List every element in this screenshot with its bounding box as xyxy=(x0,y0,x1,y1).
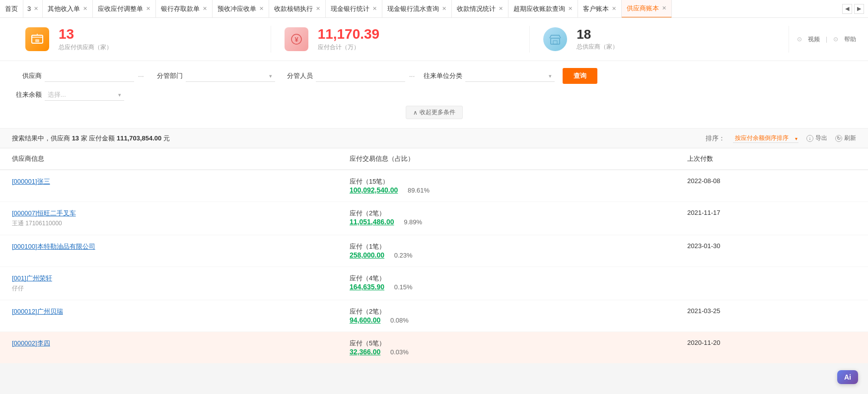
payable-percent-4: 0.15% xyxy=(394,283,413,291)
supplier-link-3[interactable]: [000100]本特勒油品有限公司 xyxy=(12,242,350,251)
balance-select[interactable]: 选择... xyxy=(45,89,124,101)
export-action[interactable]: ↓ 导出 xyxy=(806,134,827,142)
store-icon xyxy=(542,26,569,53)
payable-total-label: 应付合计（万） xyxy=(318,43,380,52)
nav-tab-overdue-ar[interactable]: 超期应收账款查询 ✕ xyxy=(508,0,578,18)
close-tab-other-income[interactable]: ✕ xyxy=(83,5,87,12)
result-bar: 搜索结果中，供应商 13 家 应付金额 111,703,854.00 元 排序：… xyxy=(0,129,868,148)
help-link[interactable]: 帮助 xyxy=(844,35,856,44)
chevron-up-icon: ∧ xyxy=(413,109,418,116)
nav-tab-home[interactable]: 首页 xyxy=(0,0,23,18)
person-input[interactable] xyxy=(316,70,405,82)
balance-select-wrap: 选择... xyxy=(45,89,124,101)
dept-select-wrap xyxy=(186,70,275,82)
summary-bar: 13 总应付供应商（家） ¥ 11,170.39 应付合计（万） xyxy=(0,18,868,61)
supplier-dots-btn[interactable]: ··· xyxy=(137,72,145,80)
payable-label-4: 应付（4笔） xyxy=(350,274,687,283)
close-tab-3[interactable]: ✕ xyxy=(34,5,38,12)
supplier-icon xyxy=(24,26,51,53)
payable-percent-1: 89.61% xyxy=(408,187,430,194)
close-tab-receipt[interactable]: ✕ xyxy=(316,5,320,12)
last-pay-cell-1: 2022-08-08 xyxy=(687,177,856,185)
collapse-button[interactable]: ∧ 收起更多条件 xyxy=(406,106,463,119)
supplier-cell-2: [000007]恒旺二手叉车 王通 17106110000 xyxy=(12,209,350,228)
last-pay-date-3: 2023-01-30 xyxy=(687,242,721,250)
nav-tab-other-income[interactable]: 其他收入单 ✕ xyxy=(43,0,93,18)
close-tab-receipt-stat[interactable]: ✕ xyxy=(499,5,503,12)
supplier-count-value: 13 xyxy=(59,27,112,42)
close-tab-cash-stat[interactable]: ✕ xyxy=(372,5,377,12)
dept-filter: 分管部门 xyxy=(153,70,275,82)
close-tab-ar-ap[interactable]: ✕ xyxy=(146,5,150,12)
payable-percent-2: 9.89% xyxy=(404,218,422,226)
nav-tab-bank-deposit[interactable]: 银行存取款单 ✕ xyxy=(156,0,213,18)
supplier-cell-3: [000100]本特勒油品有限公司 xyxy=(12,242,350,251)
table-row: [000007]恒旺二手叉车 王通 17106110000 应付（2笔） 11,… xyxy=(0,202,868,235)
payable-cell-6: 应付（5笔） 32,366.00 0.03% xyxy=(350,339,687,356)
supplier-cell-6: [000002]李四 xyxy=(12,339,350,348)
supplier-link-6[interactable]: [000002]李四 xyxy=(12,339,350,348)
result-amount: 111,703,854.00 xyxy=(117,134,161,142)
close-tab-prepay[interactable]: ✕ xyxy=(259,5,264,12)
svg-rect-1 xyxy=(35,39,39,42)
table-header: 供应商信息 应付交易信息（占比） 上次付数 xyxy=(0,148,868,170)
nav-tab-receipt-stat[interactable]: 收款情况统计 ✕ xyxy=(452,0,508,18)
dept-select[interactable] xyxy=(186,70,275,82)
supplier-cell-4: [001]广州荣轩 仔仔 xyxy=(12,274,350,293)
payable-cell-5: 应付（2笔） 94,600.00 0.08% xyxy=(350,307,687,324)
nav-next-button[interactable]: ▶ xyxy=(854,4,864,14)
payable-amount-5[interactable]: 94,600.00 xyxy=(350,316,380,324)
payable-label-2: 应付（2笔） xyxy=(350,209,687,218)
nav-tab-cash-bank-stat[interactable]: 现金银行统计 ✕ xyxy=(326,0,382,18)
last-pay-cell-5: 2021-03-25 xyxy=(687,307,856,315)
close-tab-overdue[interactable]: ✕ xyxy=(568,5,573,12)
nav-tab-3[interactable]: 3 ✕ xyxy=(23,0,43,18)
filter-row-2: 往来余额 选择... xyxy=(12,89,856,101)
last-pay-date-2: 2021-11-17 xyxy=(687,209,721,216)
refresh-icon: ↻ xyxy=(835,135,842,142)
payable-label-3: 应付（1笔） xyxy=(350,242,687,251)
nav-tab-customer-ledger[interactable]: 客户账本 ✕ xyxy=(578,0,622,18)
payable-amount-6[interactable]: 32,366.00 xyxy=(350,348,380,356)
payable-amount-4[interactable]: 164,635.90 xyxy=(350,283,384,291)
supplier-input[interactable] xyxy=(45,70,134,82)
unit-class-select-wrap xyxy=(465,70,555,82)
query-button[interactable]: 查询 xyxy=(563,68,597,84)
payable-label-5: 应付（2笔） xyxy=(350,307,687,316)
supplier-link-1[interactable]: [000001]张三 xyxy=(12,177,350,186)
close-tab-customer-ledger[interactable]: ✕ xyxy=(612,5,616,12)
result-supplier-count: 13 xyxy=(72,134,79,142)
close-tab-supplier-ledger[interactable]: ✕ xyxy=(662,5,666,11)
video-link[interactable]: 视频 xyxy=(808,35,820,44)
person-dots-btn[interactable]: ··· xyxy=(408,72,416,80)
supplier-sub-2: 王通 17106110000 xyxy=(12,219,350,228)
payable-percent-6: 0.03% xyxy=(390,348,409,356)
nav-tab-cash-flow[interactable]: 现金银行流水查询 ✕ xyxy=(382,0,452,18)
payable-amount-3[interactable]: 258,000.00 xyxy=(350,251,384,259)
balance-filter-label: 往来余额 xyxy=(12,90,42,99)
supplier-link-2[interactable]: [000007]恒旺二手叉车 xyxy=(12,209,350,218)
supplier-filter-label: 供应商 xyxy=(12,71,42,80)
last-pay-date-6: 2020-11-20 xyxy=(687,339,721,346)
payable-amount-2[interactable]: 11,051,486.00 xyxy=(350,218,394,226)
close-tab-bank[interactable]: ✕ xyxy=(203,5,207,12)
nav-tab-supplier-ledger[interactable]: 供应商账本 ✕ xyxy=(622,0,672,18)
total-supplier-label: 总供应商（家） xyxy=(577,43,618,51)
refresh-action[interactable]: ↻ 刷新 xyxy=(835,134,856,142)
table-row: [000002]李四 应付（5笔） 32,366.00 0.03% 2020-1… xyxy=(0,332,868,364)
unit-class-select[interactable] xyxy=(465,70,555,82)
sort-label: 排序： xyxy=(706,134,725,143)
nav-tab-receipt-verify[interactable]: 收款核销执行 ✕ xyxy=(269,0,326,18)
payable-amount-1[interactable]: 100,092,540.00 xyxy=(350,186,398,194)
close-tab-flow[interactable]: ✕ xyxy=(442,5,446,12)
nav-tab-ar-ap-adjust[interactable]: 应收应付调整单 ✕ xyxy=(93,0,156,18)
supplier-link-5[interactable]: [000012]广州贝瑞 xyxy=(12,307,350,316)
nav-prev-button[interactable]: ◀ xyxy=(842,4,852,14)
top-navigation: 首页 3 ✕ 其他收入单 ✕ 应收应付调整单 ✕ 银行存取款单 ✕ 预收冲应收单… xyxy=(0,0,868,18)
sort-select[interactable]: 按应付余额倒序排序 xyxy=(733,133,798,143)
help-links: ⊙ 视频 | ⊙ 帮助 xyxy=(789,35,856,44)
supplier-cell-1: [000001]张三 xyxy=(12,177,350,186)
supplier-link-4[interactable]: [001]广州荣轩 xyxy=(12,274,350,283)
nav-tab-prepay-offset[interactable]: 预收冲应收单 ✕ xyxy=(213,0,269,18)
payable-total-value: 11,170.39 xyxy=(318,27,380,42)
